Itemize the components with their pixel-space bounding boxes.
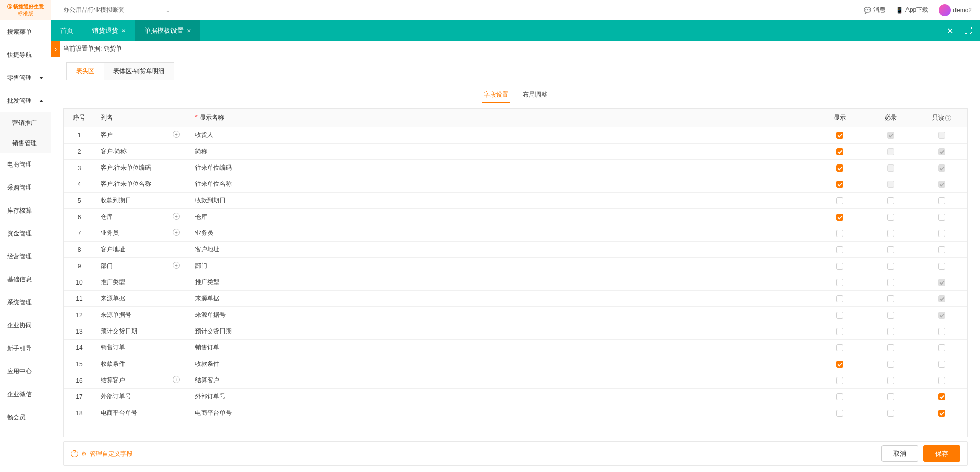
checkbox[interactable]	[836, 181, 843, 188]
sidebar-item[interactable]: 企业协同	[0, 314, 51, 337]
checkbox[interactable]	[887, 295, 894, 302]
messages-button[interactable]: 💬 消息	[864, 6, 886, 14]
checkbox[interactable]	[836, 214, 843, 221]
checkbox[interactable]	[887, 263, 894, 270]
checkbox[interactable]	[836, 263, 843, 270]
cell-display[interactable]: 收款到期日	[189, 196, 814, 205]
checkbox[interactable]	[887, 246, 894, 253]
cell-display[interactable]: 预计交货日期	[189, 327, 814, 336]
expand-icon[interactable]: +	[173, 229, 180, 236]
checkbox[interactable]	[836, 344, 843, 351]
checkbox[interactable]	[938, 344, 945, 351]
cancel-button[interactable]: 取消	[881, 445, 918, 462]
sidebar-item[interactable]: 电商管理	[0, 153, 51, 176]
cell-display[interactable]: 推广类型	[189, 278, 814, 287]
sidebar-item[interactable]: 库存核算	[0, 199, 51, 222]
checkbox[interactable]	[836, 312, 843, 319]
checkbox[interactable]	[938, 377, 945, 384]
sidebar-item[interactable]: 快捷导航	[0, 43, 51, 66]
checkbox[interactable]	[938, 197, 945, 204]
close-all-tabs-button[interactable]: ✕	[943, 24, 957, 37]
checkbox[interactable]	[887, 214, 894, 221]
inner-tab[interactable]: 表头区	[66, 62, 104, 80]
close-icon[interactable]: ×	[121, 27, 126, 35]
sidebar-item[interactable]: 新手引导	[0, 337, 51, 360]
checkbox[interactable]	[836, 393, 843, 400]
inner-tab[interactable]: 表体区-销货单明细	[104, 62, 174, 80]
sidebar-item[interactable]: 企业微信	[0, 383, 51, 406]
checkbox[interactable]	[938, 328, 945, 335]
checkbox[interactable]	[938, 214, 945, 221]
checkbox[interactable]	[836, 197, 843, 204]
checkbox[interactable]	[887, 410, 894, 417]
checkbox[interactable]	[938, 393, 945, 400]
cell-display[interactable]: 仓库	[189, 213, 814, 221]
checkbox[interactable]	[887, 279, 894, 286]
account-selector[interactable]: 办公用品行业模拟账套 ⌄	[59, 4, 175, 16]
cell-display[interactable]: 外部订单号	[189, 392, 814, 401]
checkbox[interactable]	[836, 328, 843, 335]
download-button[interactable]: 📱 App下载	[896, 6, 928, 14]
checkbox[interactable]	[836, 246, 843, 253]
sidebar-item[interactable]: 系统管理	[0, 291, 51, 314]
sidebar-item[interactable]: 畅会员	[0, 406, 51, 429]
sub-tab[interactable]: 字段设置	[482, 87, 510, 103]
checkbox[interactable]	[887, 328, 894, 335]
checkbox[interactable]	[938, 230, 945, 237]
sidebar-item[interactable]: 经营管理	[0, 245, 51, 268]
manage-custom-fields-link[interactable]: ⚙ 管理自定义字段	[71, 450, 133, 458]
sidebar-subitem[interactable]: 销售管理	[0, 133, 51, 153]
sidebar-item[interactable]: 应用中心	[0, 360, 51, 383]
expand-handle[interactable]: ›	[51, 41, 60, 57]
sidebar-subitem[interactable]: 营销推广	[0, 112, 51, 133]
tab[interactable]: 首页	[51, 20, 83, 41]
checkbox[interactable]	[938, 246, 945, 253]
checkbox[interactable]	[887, 197, 894, 204]
checkbox[interactable]	[938, 410, 945, 417]
cell-display[interactable]: 简称	[189, 147, 814, 156]
expand-icon[interactable]: +	[173, 131, 180, 138]
cell-display[interactable]: 客户地址	[189, 245, 814, 254]
cell-display[interactable]: 部门	[189, 262, 814, 270]
expand-icon[interactable]: +	[173, 376, 180, 383]
checkbox[interactable]	[887, 230, 894, 237]
checkbox[interactable]	[887, 377, 894, 384]
checkbox[interactable]	[938, 361, 945, 368]
table-body[interactable]: 1客户+收货人2客户.简称简称3客户.往来单位编码往来单位编码4客户.往来单位名…	[64, 127, 967, 437]
fullscreen-button[interactable]: ⛶	[962, 24, 975, 37]
user-menu[interactable]: demo2	[939, 4, 972, 16]
checkbox[interactable]	[938, 263, 945, 270]
cell-display[interactable]: 往来单位编码	[189, 163, 814, 172]
checkbox[interactable]	[836, 132, 843, 139]
checkbox[interactable]	[887, 312, 894, 319]
checkbox[interactable]	[836, 295, 843, 302]
tab[interactable]: 单据模板设置×	[135, 20, 200, 41]
expand-icon[interactable]: +	[173, 262, 180, 269]
cell-display[interactable]: 来源单据号	[189, 311, 814, 319]
cell-display[interactable]: 收货人	[189, 131, 814, 139]
sub-tab[interactable]: 布局调整	[521, 87, 549, 103]
checkbox[interactable]	[836, 377, 843, 384]
expand-icon[interactable]: +	[173, 213, 180, 220]
checkbox[interactable]	[836, 410, 843, 417]
sidebar-item[interactable]: 基础信息	[0, 268, 51, 291]
sidebar-item[interactable]: 资金管理	[0, 222, 51, 245]
cell-display[interactable]: 收款条件	[189, 360, 814, 368]
checkbox[interactable]	[887, 393, 894, 400]
sidebar-item[interactable]: 零售管理	[0, 66, 51, 89]
cell-display[interactable]: 往来单位名称	[189, 180, 814, 188]
cell-display[interactable]: 业务员	[189, 229, 814, 238]
checkbox[interactable]	[887, 361, 894, 368]
cell-display[interactable]: 电商平台单号	[189, 409, 814, 417]
checkbox[interactable]	[836, 361, 843, 368]
sidebar-item[interactable]: 采购管理	[0, 176, 51, 199]
checkbox[interactable]	[887, 344, 894, 351]
checkbox[interactable]	[836, 164, 843, 172]
cell-display[interactable]: 来源单据	[189, 294, 814, 303]
help-icon[interactable]: ?	[945, 115, 951, 121]
cell-display[interactable]: 销售订单	[189, 343, 814, 352]
close-icon[interactable]: ×	[187, 27, 191, 35]
cell-display[interactable]: 结算客户	[189, 376, 814, 385]
checkbox[interactable]	[836, 148, 843, 155]
sidebar-item[interactable]: 搜索菜单	[0, 20, 51, 43]
